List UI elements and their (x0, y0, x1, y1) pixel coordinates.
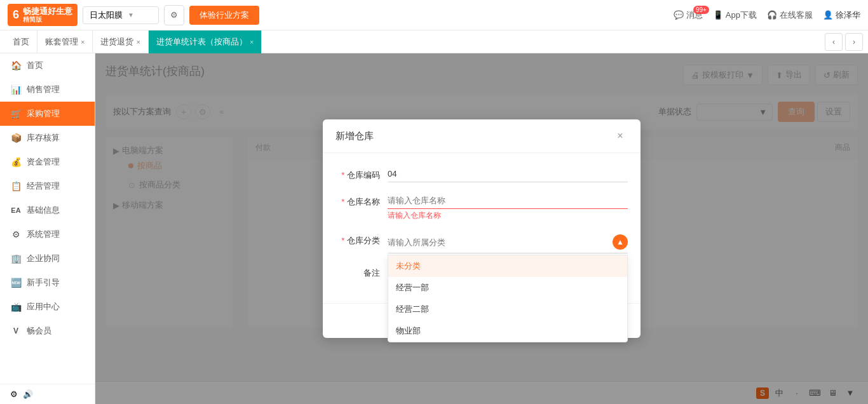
sidebar-item-apps-label: 应用中心 (27, 301, 60, 313)
logo-icon: 6 (13, 8, 19, 22)
header-right: 💬 消息 99+ 📱 App下载 🎧 在线客服 👤 徐泽华 (674, 10, 860, 21)
category-field-wrap: ▲ 未分类 经营一部 经营二部 物业部 (388, 231, 628, 253)
sidebar-item-sales-label: 销售管理 (27, 84, 60, 95)
basic-icon: EA (10, 206, 22, 214)
sidebar-item-purchase[interactable]: 🛒 采购管理 (0, 102, 95, 126)
tab-accounts-close[interactable]: × (81, 38, 85, 46)
sidebar-item-guide[interactable]: 🆕 新手引导 (0, 271, 95, 295)
category-input[interactable] (388, 238, 613, 247)
finance-icon: 💰 (10, 157, 22, 167)
dropdown-item-unclassified[interactable]: 未分类 (388, 255, 627, 277)
message-button[interactable]: 💬 消息 99+ (674, 10, 703, 21)
dropdown-item-dept2[interactable]: 经营二部 (388, 299, 627, 320)
settings-icon[interactable]: ⚙ (10, 389, 18, 399)
enterprise-icon: 🏢 (10, 253, 22, 264)
form-row-code: 仓库编码 (336, 166, 628, 182)
dropdown-item-dept1[interactable]: 经营一部 (388, 277, 627, 299)
sidebar-item-basic-label: 基础信息 (27, 205, 60, 216)
main-layout: 🏠 首页 📊 销售管理 🛒 采购管理 📦 库存核算 💰 资金管理 📋 经营管理 … (0, 53, 868, 404)
settings-button[interactable]: ⚙ (164, 5, 184, 25)
category-chevron-up-icon[interactable]: ▲ (613, 234, 628, 250)
sidebar-item-enterprise[interactable]: 🏢 企业协同 (0, 246, 95, 271)
sidebar-item-member-label: 畅会员 (27, 325, 51, 337)
code-input[interactable] (388, 166, 628, 182)
volume-icon[interactable]: 🔊 (23, 389, 33, 399)
trial-button[interactable]: 体验行业方案 (189, 6, 259, 25)
logo-area: 6 畅捷通好生意 精简版 (8, 4, 78, 27)
sidebar-item-basic[interactable]: EA 基础信息 (0, 198, 95, 222)
tab-purchase-stats[interactable]: 进货单统计表（按商品） × (149, 30, 262, 53)
dropdown-item-property[interactable]: 物业部 (388, 320, 627, 342)
tab-home[interactable]: 首页 (5, 30, 37, 53)
chevron-down-icon: ▼ (128, 11, 134, 18)
app-download-label: App下载 (726, 10, 757, 21)
sidebar-item-apps[interactable]: 📺 应用中心 (0, 295, 95, 319)
user-menu[interactable]: 👤 徐泽华 (823, 10, 860, 21)
sidebar-item-inventory-label: 库存核算 (27, 132, 60, 144)
top-header: 6 畅捷通好生意 精简版 日太阳膜 ▼ ⚙ 体验行业方案 💬 消息 99+ 📱 … (0, 0, 868, 30)
modal-body: 仓库编码 仓库名称 请输入仓库名称 (323, 153, 641, 303)
category-label: 仓库分类 (336, 231, 380, 246)
form-row-category: 仓库分类 ▲ 未分类 经营一部 经营二部 物业部 (336, 231, 628, 253)
system-icon: ⚙ (10, 229, 22, 239)
form-row-name: 仓库名称 请输入仓库名称 (336, 192, 628, 221)
message-badge: 99+ (693, 6, 709, 14)
sidebar-item-sales[interactable]: 📊 销售管理 (0, 77, 95, 102)
code-field-wrap (388, 166, 628, 182)
tab-nav-buttons: ‹ › (825, 33, 863, 51)
code-label: 仓库编码 (336, 166, 380, 181)
logo-sub: 精简版 (23, 16, 72, 24)
sidebar-bottom: ⚙ 🔊 (0, 384, 95, 404)
tab-purchase-stats-close[interactable]: × (250, 38, 254, 46)
modal-overlay: 新增仓库 × 仓库编码 仓库名称 (95, 53, 868, 404)
name-input[interactable] (388, 192, 628, 209)
modal-title: 新增仓库 (336, 130, 374, 142)
user-name: 徐泽华 (836, 10, 860, 21)
online-service-button[interactable]: 🎧 在线客服 (767, 10, 813, 21)
modal-close-button[interactable]: × (613, 128, 628, 144)
gear-icon: ⚙ (170, 10, 178, 20)
guide-icon: 🆕 (10, 278, 22, 288)
content-area: 进货单统计(按商品) 🖨 按模板打印 ▼ ⬆ 导出 ↺ 刷新 (95, 53, 868, 404)
sales-icon: 📊 (10, 84, 22, 95)
logo-main: 畅捷通好生意 (23, 6, 72, 17)
tab-next-button[interactable]: › (845, 33, 863, 51)
tab-purchase-return-label: 进货退货 (100, 36, 133, 48)
tab-purchase-return-close[interactable]: × (136, 38, 140, 46)
tab-purchase-return[interactable]: 进货退货 × (93, 30, 148, 53)
name-field-wrap: 请输入仓库名称 (388, 192, 628, 221)
tab-prev-button[interactable]: ‹ (825, 33, 843, 51)
tab-accounts[interactable]: 账套管理 × (37, 30, 93, 53)
tab-accounts-label: 账套管理 (45, 36, 78, 48)
sidebar: 🏠 首页 📊 销售管理 🛒 采购管理 📦 库存核算 💰 资金管理 📋 经营管理 … (0, 53, 95, 404)
user-icon: 👤 (823, 10, 833, 20)
inventory-icon: 📦 (10, 133, 22, 143)
sidebar-item-purchase-label: 采购管理 (27, 108, 60, 119)
store-name: 日太阳膜 (90, 10, 123, 21)
app-download-button[interactable]: 📱 App下载 (713, 10, 757, 21)
modal-header: 新增仓库 × (323, 119, 641, 153)
sidebar-item-system[interactable]: ⚙ 系统管理 (0, 222, 95, 246)
sidebar-item-finance[interactable]: 💰 资金管理 (0, 150, 95, 174)
store-selector[interactable]: 日太阳膜 ▼ (83, 6, 159, 24)
online-service-label: 在线客服 (780, 10, 813, 21)
home-icon: 🏠 (10, 60, 22, 71)
category-dropdown: 未分类 经营一部 经营二部 物业部 (388, 255, 628, 342)
sidebar-item-finance-label: 资金管理 (27, 156, 60, 168)
sidebar-item-home-label: 首页 (27, 60, 43, 71)
purchase-icon: 🛒 (10, 109, 22, 119)
sidebar-item-guide-label: 新手引导 (27, 277, 60, 288)
apps-icon: 📺 (10, 302, 22, 312)
sidebar-item-operation[interactable]: 📋 经营管理 (0, 174, 95, 198)
operation-icon: 📋 (10, 181, 22, 191)
sidebar-item-operation-label: 经营管理 (27, 180, 60, 192)
phone-icon: 📱 (713, 10, 723, 20)
category-select[interactable]: ▲ (388, 231, 628, 253)
sidebar-item-inventory[interactable]: 📦 库存核算 (0, 126, 95, 150)
logo-text: 畅捷通好生意 精简版 (23, 6, 72, 24)
sidebar-item-system-label: 系统管理 (27, 229, 60, 240)
sidebar-item-member[interactable]: V 畅会员 (0, 319, 95, 343)
sidebar-item-home[interactable]: 🏠 首页 (0, 53, 95, 77)
name-label: 仓库名称 (336, 192, 380, 208)
sidebar-item-enterprise-label: 企业协同 (27, 253, 60, 264)
